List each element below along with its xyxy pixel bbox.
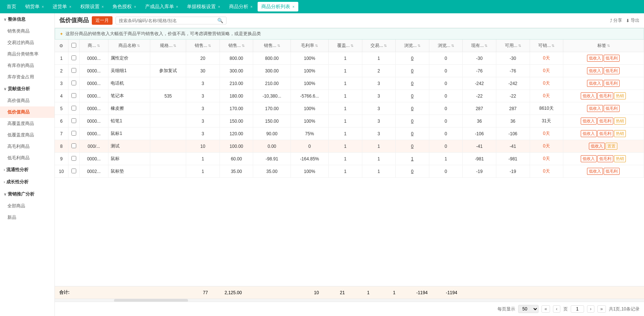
close-analysis-list-icon[interactable]: × bbox=[292, 5, 295, 9]
row-checkbox-cell[interactable] bbox=[68, 77, 79, 90]
row-checkbox-cell[interactable] bbox=[68, 153, 79, 165]
col-checkbox[interactable] bbox=[68, 40, 79, 52]
col-settings[interactable]: ⚙ bbox=[55, 40, 68, 52]
row-checkbox-cell[interactable] bbox=[68, 90, 79, 102]
browse1-link[interactable]: 0 bbox=[411, 106, 414, 111]
browse1-link[interactable]: 0 bbox=[411, 56, 414, 61]
per-page-select[interactable]: 50 20 100 bbox=[518, 305, 539, 313]
browse1-link[interactable]: 1 bbox=[411, 156, 414, 162]
nav-sales-order[interactable]: 销货单 × bbox=[21, 2, 47, 11]
row-checkbox[interactable] bbox=[71, 156, 76, 161]
row-checkbox[interactable] bbox=[71, 55, 76, 60]
row-browse2: 0 bbox=[429, 128, 463, 140]
sidebar-item-in-stock-products[interactable]: 有库存的商品 bbox=[0, 60, 54, 71]
row-checkbox-cell[interactable] bbox=[68, 65, 79, 77]
browse1-link[interactable]: 0 bbox=[411, 94, 414, 99]
sidebar-item-low-value[interactable]: 低价值商品 bbox=[0, 106, 54, 118]
col-current[interactable]: 现有...⇅ bbox=[463, 40, 496, 52]
col-saleable[interactable]: 可销...⇅ bbox=[530, 40, 563, 52]
col-available[interactable]: 可用...⇅ bbox=[496, 40, 530, 52]
sidebar-group-contribution[interactable]: ∨ 贡献值分析 bbox=[0, 83, 54, 95]
col-spec[interactable]: 规格...⇅ bbox=[150, 40, 186, 52]
row-browse1[interactable]: 1 bbox=[396, 153, 429, 165]
close-purchase-icon[interactable]: × bbox=[69, 5, 71, 9]
sidebar-item-new-products[interactable]: 新品 bbox=[0, 212, 54, 223]
close-template-icon[interactable]: × bbox=[218, 5, 220, 9]
nav-product-analysis-list[interactable]: 商品分析列表 × bbox=[258, 2, 298, 11]
search-input[interactable] bbox=[119, 18, 217, 23]
nav-permissions[interactable]: 权限设置 × bbox=[77, 2, 107, 11]
row-available: -242 bbox=[496, 77, 530, 90]
filter-button[interactable]: 近一月 bbox=[92, 16, 113, 25]
sidebar-item-inventory-funds[interactable]: 库存资金占用 bbox=[0, 71, 54, 83]
nav-home[interactable]: 首页 bbox=[3, 2, 20, 11]
col-browse2[interactable]: 浏览...⇅ bbox=[429, 40, 463, 52]
row-checkbox[interactable] bbox=[71, 169, 76, 173]
close-sales-order-icon[interactable]: × bbox=[42, 5, 44, 9]
sidebar-group-marketing[interactable]: ∨ 营销推广分析 bbox=[0, 188, 54, 200]
close-analysis-icon[interactable]: × bbox=[250, 5, 252, 9]
col-sale3[interactable]: 销售...⇅ bbox=[253, 40, 291, 52]
browse1-link[interactable]: 0 bbox=[411, 144, 414, 149]
row-checkbox[interactable] bbox=[71, 131, 76, 136]
sidebar-item-low-margin[interactable]: 低毛利商品 bbox=[0, 152, 54, 164]
select-all-checkbox[interactable] bbox=[71, 43, 76, 48]
page-input[interactable] bbox=[571, 305, 584, 313]
search-icon[interactable]: 🔍 bbox=[217, 18, 223, 23]
nav-product-warehouse[interactable]: 产成品入库单 × bbox=[141, 2, 182, 11]
col-tags[interactable]: 标签⇅ bbox=[563, 40, 644, 52]
sidebar-group-circulation[interactable]: › 流通性分析 bbox=[0, 164, 54, 176]
row-checkbox[interactable] bbox=[71, 81, 76, 85]
sidebar-item-category-sales-rate[interactable]: 商品分类销售率 bbox=[0, 48, 54, 60]
sidebar-item-sales-products[interactable]: 销售类商品 bbox=[0, 26, 54, 37]
close-roles-icon[interactable]: × bbox=[134, 5, 136, 9]
col-code[interactable]: 商...⇅ bbox=[79, 40, 108, 52]
nav-product-analysis[interactable]: 商品分析 × bbox=[225, 2, 256, 11]
last-page-button[interactable]: » bbox=[597, 305, 606, 313]
row-checkbox[interactable] bbox=[71, 68, 76, 73]
row-margin: 100% bbox=[291, 77, 328, 90]
row-checkbox[interactable] bbox=[71, 93, 76, 98]
sidebar-item-high-margin[interactable]: 高毛利商品 bbox=[0, 141, 54, 152]
col-sale1[interactable]: 销售...⇅ bbox=[186, 40, 220, 52]
sidebar-item-all-products[interactable]: 全部商品 bbox=[0, 200, 54, 212]
browse1-link[interactable]: 0 bbox=[411, 81, 414, 86]
sidebar-item-low-coverage[interactable]: 低覆盖度商品 bbox=[0, 129, 54, 141]
row-checkbox-cell[interactable] bbox=[68, 140, 79, 153]
row-checkbox[interactable] bbox=[71, 118, 76, 123]
export-button[interactable]: ⬇ 导出 bbox=[626, 17, 640, 24]
share-button[interactable]: ⤴ 分享 bbox=[610, 17, 622, 24]
horizontal-scrollbar[interactable] bbox=[55, 299, 644, 302]
close-warehouse-icon[interactable]: × bbox=[176, 5, 178, 9]
row-checkbox-cell[interactable] bbox=[68, 52, 79, 65]
browse1-link[interactable]: 0 bbox=[411, 169, 414, 174]
row-checkbox[interactable] bbox=[71, 106, 76, 111]
first-page-button[interactable]: « bbox=[541, 305, 550, 313]
col-sale2[interactable]: 销售...⇅ bbox=[219, 40, 253, 52]
sidebar-item-traded-products[interactable]: 交易过的商品 bbox=[0, 37, 54, 48]
row-checkbox-cell[interactable] bbox=[68, 102, 79, 115]
prev-page-button[interactable]: ‹ bbox=[553, 305, 560, 313]
sidebar-item-high-coverage[interactable]: 高覆盖度商品 bbox=[0, 118, 54, 129]
row-code: 000/... bbox=[79, 140, 108, 153]
nav-purchase-order[interactable]: 进货单 × bbox=[49, 2, 75, 11]
col-name[interactable]: 商品名称⇅ bbox=[108, 40, 150, 52]
col-browse1[interactable]: 浏览...⇅ bbox=[396, 40, 429, 52]
browse1-link[interactable]: 0 bbox=[411, 68, 414, 74]
nav-template-settings[interactable]: 单据模板设置 × bbox=[183, 2, 224, 11]
nav-roles[interactable]: 角色授权 × bbox=[109, 2, 140, 11]
sidebar-item-high-value[interactable]: 高价值商品 bbox=[0, 95, 54, 106]
next-page-button[interactable]: › bbox=[587, 305, 594, 313]
close-permissions-icon[interactable]: × bbox=[102, 5, 104, 9]
browse1-link[interactable]: 0 bbox=[411, 119, 414, 124]
col-margin[interactable]: 毛利率⇅ bbox=[291, 40, 328, 52]
col-cover[interactable]: 覆盖...⇅ bbox=[328, 40, 362, 52]
sidebar-group-growth[interactable]: › 成长性分析 bbox=[0, 176, 54, 188]
row-checkbox-cell[interactable] bbox=[68, 165, 79, 178]
sidebar-group-overall[interactable]: ∨ 整体信息 bbox=[0, 13, 54, 26]
row-checkbox[interactable] bbox=[71, 143, 76, 148]
col-trade[interactable]: 交易...⇅ bbox=[362, 40, 396, 52]
row-checkbox-cell[interactable] bbox=[68, 115, 79, 128]
row-checkbox-cell[interactable] bbox=[68, 128, 79, 140]
browse1-link[interactable]: 0 bbox=[411, 131, 414, 136]
